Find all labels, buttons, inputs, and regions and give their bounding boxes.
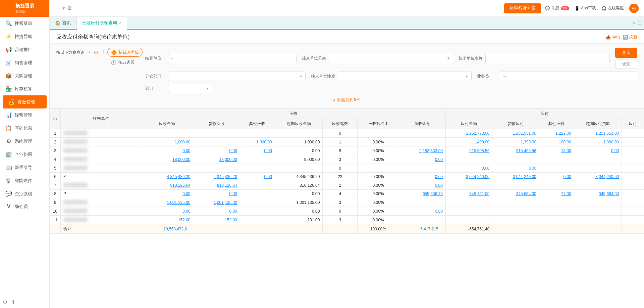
table-cell[interactable]: [240, 181, 275, 190]
table-cell[interactable]: 152.00: [193, 216, 240, 224]
dept-manager-input[interactable]: ▼: [168, 72, 306, 81]
refresh-button[interactable]: 🔄 刷新: [623, 34, 637, 40]
table-cell[interactable]: 0.00: [240, 146, 275, 155]
table-cell[interactable]: 3,044,240.00: [492, 173, 539, 181]
table-cell[interactable]: 345,761.00: [446, 190, 492, 198]
sidebar-item-member[interactable]: V 畅会员: [0, 200, 49, 213]
app-download-button[interactable]: 📱 App下载: [575, 5, 596, 11]
table-cell[interactable]: 0.00: [240, 173, 275, 181]
footer-rec-amount[interactable]: 19,553,472,6...: [141, 224, 193, 234]
table-cell[interactable]: [399, 198, 445, 207]
table-cell[interactable]: 345,684.00: [492, 190, 539, 198]
company-selector[interactable]: [55, 8, 60, 9]
collapse-scheme-icon[interactable]: 《: [100, 49, 105, 55]
table-cell[interactable]: 1,251,551.00: [492, 129, 539, 138]
table-cell[interactable]: [193, 129, 240, 138]
sidebar-item-finance[interactable]: 💰 资金管理: [3, 95, 47, 108]
table-cell[interactable]: [141, 129, 193, 138]
trial-button[interactable]: 体验行业方案: [504, 3, 541, 13]
table-cell[interactable]: [492, 207, 539, 216]
tab-close-all-icon[interactable]: ×: [632, 20, 635, 26]
table-cell[interactable]: 915,495.56: [492, 146, 539, 155]
option-by-salesperson[interactable]: 🕐 按业务员: [107, 58, 143, 67]
table-cell[interactable]: [539, 207, 574, 216]
settings-icon[interactable]: ⚙: [3, 299, 7, 305]
table-cell[interactable]: [240, 164, 275, 173]
message-button[interactable]: 💬 消息 99+: [545, 5, 569, 11]
table-cell[interactable]: 810,126.64: [193, 181, 240, 190]
table-cell[interactable]: [446, 181, 492, 190]
table-cell[interactable]: 0.00: [399, 155, 445, 164]
sidebar-item-purchase[interactable]: 📦 采购管理: [0, 69, 49, 82]
table-cell[interactable]: 0.00: [193, 207, 240, 216]
sidebar-item-marketing[interactable]: 📢 营销推广: [0, 43, 49, 56]
table-cell[interactable]: [574, 207, 622, 216]
table-cell[interactable]: 1,001,135.00: [193, 198, 240, 207]
partner-name-input[interactable]: [485, 54, 610, 63]
table-cell[interactable]: 810,126.64: [141, 181, 193, 190]
sidebar-item-system[interactable]: ⚙ 系统管理: [0, 135, 49, 148]
sidebar-item-sales[interactable]: 🛒 销售管理: [0, 56, 49, 69]
table-cell[interactable]: 0.00: [492, 164, 539, 173]
table-cell[interactable]: 2,153,333.00: [399, 146, 445, 155]
sidebar-item-inventory[interactable]: 🏪 库存核算: [0, 82, 49, 95]
collapse-bar[interactable]: ∧ 收起更多条件: [56, 96, 637, 104]
table-cell[interactable]: 4,345,436.20: [193, 173, 240, 181]
sidebar-item-guide[interactable]: 📖 新手引导: [0, 161, 49, 174]
table-cell[interactable]: 0.00: [141, 207, 193, 216]
table-cell[interactable]: 655,636.75: [399, 190, 445, 198]
settlement-unit-input[interactable]: ···: [168, 54, 297, 63]
table-cell[interactable]: [574, 164, 622, 173]
online-service-button[interactable]: 🎧 在线客服: [601, 5, 624, 11]
settings-button[interactable]: 设置: [615, 59, 637, 69]
table-cell[interactable]: 1,000.00: [141, 138, 193, 146]
table-cell[interactable]: [446, 216, 492, 224]
th-settings[interactable]: ⚙: [50, 109, 61, 129]
table-cell[interactable]: 100.00: [539, 138, 574, 146]
table-cell[interactable]: [539, 155, 574, 164]
table-cell[interactable]: 0.00: [399, 207, 445, 216]
tab-home[interactable]: 🏠 首页: [50, 17, 77, 29]
table-cell[interactable]: 0.00: [574, 146, 622, 155]
table-cell[interactable]: [446, 198, 492, 207]
table-cell[interactable]: [492, 216, 539, 224]
table-settings-icon[interactable]: ⚙: [53, 116, 57, 122]
table-cell[interactable]: [574, 216, 622, 224]
table-cell[interactable]: [574, 155, 622, 164]
salesperson-input[interactable]: ···: [500, 72, 637, 81]
sidebar-item-base-info[interactable]: 📋 基础信息: [0, 122, 49, 135]
table-cell[interactable]: [446, 155, 492, 164]
table-cell[interactable]: 345,684.00: [574, 190, 622, 198]
table-cell[interactable]: [399, 129, 445, 138]
table-cell[interactable]: [240, 155, 275, 164]
table-cell[interactable]: 1,490.00: [446, 138, 492, 146]
table-cell[interactable]: [574, 198, 622, 207]
table-cell[interactable]: 0.00: [141, 190, 193, 198]
table-cell[interactable]: [240, 216, 275, 224]
tab-current[interactable]: 应收应付余额查询 ×: [77, 17, 127, 30]
sidebar-item-search[interactable]: 🔍 搜索菜单: [0, 17, 49, 30]
table-cell[interactable]: 1,001,135.00: [141, 198, 193, 207]
dropdown-icon[interactable]: ▼: [62, 6, 66, 11]
partner-nature-input[interactable]: ▼: [338, 72, 471, 81]
table-cell[interactable]: 4,345,436.20: [141, 173, 193, 181]
edit-scheme-icon[interactable]: ◎: [94, 49, 98, 55]
table-cell[interactable]: [539, 216, 574, 224]
header-gear-icon[interactable]: ⚙: [67, 5, 72, 11]
table-cell[interactable]: 0.00: [399, 181, 445, 190]
table-cell[interactable]: [240, 190, 275, 198]
tab-close-icon[interactable]: ×: [119, 20, 121, 25]
table-cell[interactable]: 0.00: [193, 146, 240, 155]
table-cell[interactable]: 13.00: [539, 146, 574, 155]
table-cell[interactable]: [399, 216, 445, 224]
partner-category-input[interactable]: ▼: [329, 54, 453, 63]
table-cell[interactable]: 18,000.00: [193, 155, 240, 164]
table-cell[interactable]: 0.00: [193, 190, 240, 198]
export-button[interactable]: 📤 导出: [606, 34, 620, 40]
table-cell[interactable]: [539, 198, 574, 207]
table-cell[interactable]: [492, 181, 539, 190]
add-scheme-icon[interactable]: ＋: [87, 49, 92, 55]
tab-fullscreen-icon[interactable]: □: [638, 20, 641, 26]
user-avatar[interactable]: Rit: [629, 4, 639, 13]
table-cell[interactable]: [193, 138, 240, 146]
